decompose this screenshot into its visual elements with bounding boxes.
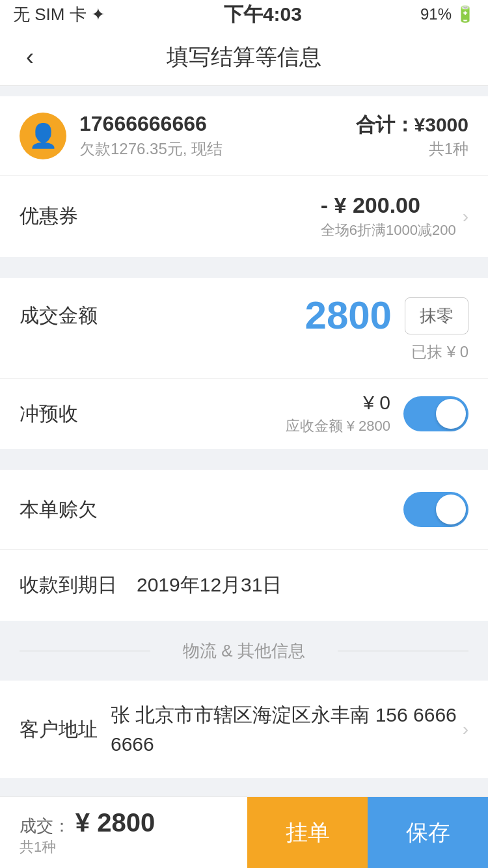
status-time: 下午4:03 <box>224 1 302 28</box>
section-gap-2 <box>0 449 488 459</box>
avatar-icon: 👤 <box>29 122 58 150</box>
coupon-row[interactable]: 优惠券 - ¥ 200.00 全场6折满1000减200 › <box>0 176 488 257</box>
user-info-row: 👤 17666666666 欠款1276.35元, 现结 合计：¥3000 共1… <box>0 96 488 176</box>
coupon-desc: 全场6折满1000减200 <box>321 221 456 240</box>
deal-amount-value: 2800 <box>305 296 392 335</box>
credit-toggle[interactable] <box>403 492 468 527</box>
total-count: 共1种 <box>356 139 468 159</box>
status-left: 无 SIM 卡 ✦ <box>13 3 105 26</box>
footer: 成交： ¥ 2800 共1种 挂单 保存 <box>0 796 488 868</box>
address-value: 张 北京市市辖区海淀区永丰南 156 6666 6666 <box>111 700 463 759</box>
pending-button[interactable]: 挂单 <box>247 797 368 869</box>
page-title: 填写结算等信息 <box>167 42 321 72</box>
prepay-label: 冲预收 <box>20 401 78 427</box>
save-button[interactable]: 保存 <box>368 797 488 869</box>
coupon-label: 优惠券 <box>20 203 78 230</box>
divider-line-left <box>20 651 150 651</box>
divider-section: 物流 & 其他信息 <box>0 631 488 670</box>
round-button[interactable]: 抹零 <box>405 297 468 334</box>
credit-label: 本单赊欠 <box>20 496 98 523</box>
coupon-amount: - ¥ 200.00 <box>321 193 456 218</box>
battery-icon: 🔋 <box>455 5 475 23</box>
status-bar: 无 SIM 卡 ✦ 下午4:03 91% 🔋 <box>0 0 488 29</box>
chevron-right-icon: › <box>463 206 468 227</box>
carrier-label: 无 SIM 卡 ✦ <box>13 3 105 26</box>
status-right: 91% 🔋 <box>420 5 475 23</box>
avatar: 👤 <box>20 113 66 159</box>
prepay-toggle[interactable] <box>403 396 468 431</box>
divider-text: 物流 & 其他信息 <box>183 640 305 662</box>
prepay-main-amount: ¥ 0 <box>286 392 390 414</box>
credit-row: 本单赊欠 <box>0 470 488 549</box>
due-date-row: 收款到期日 2019年12月31日 <box>0 549 488 621</box>
section-gap-1 <box>0 257 488 267</box>
footer-info: 成交： ¥ 2800 共1种 <box>0 808 247 857</box>
footer-amount: ¥ 2800 <box>75 808 155 837</box>
deal-amount-label: 成交金额 <box>20 303 98 329</box>
battery-label: 91% <box>420 5 452 23</box>
due-date-value: 2019年12月31日 <box>137 572 282 599</box>
user-subtitle: 欠款1276.35元, 现结 <box>79 139 223 159</box>
prepay-sub-amount: 应收金额 ¥ 2800 <box>286 416 390 436</box>
deal-amount-row: 成交金额 2800 抹零 <box>0 278 488 342</box>
address-row[interactable]: 客户地址 张 北京市市辖区海淀区永丰南 156 6666 6666 › <box>0 681 488 778</box>
total-amount: 合计：¥3000 <box>356 112 468 139</box>
deal-sub: 已抹 ¥ 0 <box>0 342 488 378</box>
footer-count: 共1种 <box>20 837 228 857</box>
due-date-label: 收款到期日 <box>20 572 117 599</box>
address-label: 客户地址 <box>20 716 98 743</box>
back-button[interactable]: ‹ <box>20 37 40 77</box>
header: ‹ 填写结算等信息 <box>0 29 488 86</box>
user-phone: 17666666666 <box>79 112 223 136</box>
footer-deal-label: 成交： <box>20 816 70 835</box>
prepay-row: 冲预收 ¥ 0 应收金额 ¥ 2800 <box>0 378 488 449</box>
divider-line-right <box>338 651 468 651</box>
address-chevron-icon: › <box>463 719 468 740</box>
